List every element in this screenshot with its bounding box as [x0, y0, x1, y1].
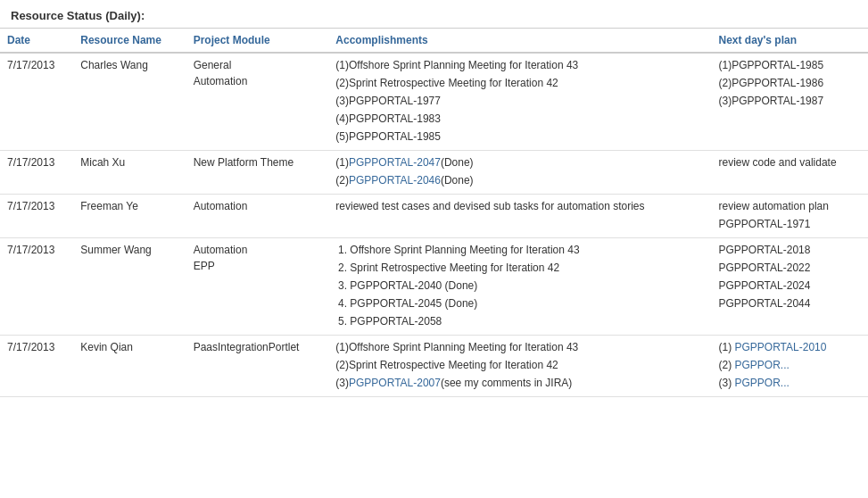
next-plan-link[interactable]: PGPPORTAL-2010 [734, 341, 826, 353]
list-item: reviewed test cases and devised sub task… [335, 198, 704, 214]
cell-resource: Freeman Ye [73, 195, 186, 238]
accomplishment-link[interactable]: PGPPORTAL-2047 [349, 156, 441, 169]
cell-module: PaasIntegrationPortlet [186, 336, 329, 397]
table-row: 7/17/2013Freeman YeAutomationreviewed te… [0, 195, 868, 238]
cell-accomplishments: (1)Offshore Sprint Planning Meeting for … [328, 336, 711, 397]
list-item: (1)Offshore Sprint Planning Meeting for … [335, 339, 704, 355]
cell-resource: Charles Wang [73, 53, 186, 151]
table-row: 7/17/2013Charles WangGeneralAutomation(1… [0, 53, 868, 151]
cell-module: New Platform Theme [186, 151, 329, 195]
table-header: Date Resource Name Project Module Accomp… [0, 29, 868, 54]
cell-date: 7/17/2013 [0, 151, 73, 195]
cell-date: 7/17/2013 [0, 195, 73, 238]
cell-resource: Micah Xu [73, 151, 186, 195]
cell-accomplishments: reviewed test cases and devised sub task… [328, 195, 711, 238]
next-plan-link[interactable]: PGPPOR... [734, 377, 789, 389]
list-item: PGPPORTAL-2044 [718, 295, 861, 311]
cell-next-plan: (1) PGPPORTAL-2010(2) PGPPOR...(3) PGPPO… [711, 336, 868, 397]
cell-resource: Kevin Qian [73, 336, 186, 397]
list-item: review code and validate [718, 154, 861, 170]
cell-next-plan: review code and validate [711, 151, 868, 195]
list-item: PGPPORTAL-2018 [718, 242, 861, 258]
list-item: (2) PGPPOR... [718, 357, 861, 373]
list-item: (1)PGPPORTAL-2047(Done) [335, 154, 704, 170]
accomplishment-link[interactable]: PGPPORTAL-2007 [349, 377, 441, 389]
list-item: review automation plan [718, 198, 861, 214]
page-title: Resource Status (Daily): [0, 0, 868, 28]
list-item: PGPPORTAL-1971 [718, 216, 861, 232]
list-item: (2)Sprint Retrospective Meeting for Iter… [335, 357, 704, 373]
list-item: Sprint Retrospective Meeting for Iterati… [350, 260, 704, 276]
cell-module: GeneralAutomation [186, 53, 329, 151]
accomplishment-link[interactable]: PGPPORTAL-2046 [349, 174, 441, 187]
col-date: Date [0, 29, 73, 54]
table-row: 7/17/2013Summer WangAutomationEPPOffshor… [0, 238, 868, 336]
table-row: 7/17/2013Kevin QianPaasIntegrationPortle… [0, 336, 868, 397]
list-item: (5)PGPPORTAL-1985 [335, 129, 704, 145]
cell-accomplishments: (1)Offshore Sprint Planning Meeting for … [328, 53, 711, 151]
col-module: Project Module [186, 29, 329, 54]
list-item: (3)PGPPORTAL-1977 [335, 93, 704, 109]
cell-accomplishments: (1)PGPPORTAL-2047(Done)(2)PGPPORTAL-2046… [328, 151, 711, 195]
list-item: (2)PGPPORTAL-2046(Done) [335, 172, 704, 188]
list-item: PGPPORTAL-2045 (Done) [350, 295, 704, 311]
cell-accomplishments: Offshore Sprint Planning Meeting for Ite… [328, 238, 711, 336]
cell-next-plan: PGPPORTAL-2018PGPPORTAL-2022PGPPORTAL-20… [711, 238, 868, 336]
list-item: (2)Sprint Retrospective Meeting for Iter… [335, 75, 704, 91]
list-item: (1) PGPPORTAL-2010 [718, 339, 861, 355]
list-item: (4)PGPPORTAL-1983 [335, 111, 704, 127]
cell-date: 7/17/2013 [0, 53, 73, 151]
list-item: (3)PGPPORTAL-2007(see my comments in JIR… [335, 375, 704, 391]
list-item: PGPPORTAL-2040 (Done) [350, 278, 704, 294]
list-item: (3) PGPPOR... [718, 375, 861, 391]
cell-module: Automation [186, 195, 329, 238]
cell-resource: Summer Wang [73, 238, 186, 336]
list-item: (2)PGPPORTAL-1986 [718, 75, 861, 91]
col-nextday: Next day's plan [711, 29, 868, 54]
list-item: (1)PGPPORTAL-1985 [718, 57, 861, 73]
cell-next-plan: (1)PGPPORTAL-1985(2)PGPPORTAL-1986(3)PGP… [711, 53, 868, 151]
table-row: 7/17/2013Micah XuNew Platform Theme(1)PG… [0, 151, 868, 195]
list-item: PGPPORTAL-2024 [718, 278, 861, 294]
col-accomplishments: Accomplishments [328, 29, 711, 54]
list-item: (1)Offshore Sprint Planning Meeting for … [335, 57, 704, 73]
cell-module: AutomationEPP [186, 238, 329, 336]
cell-date: 7/17/2013 [0, 238, 73, 336]
cell-next-plan: review automation planPGPPORTAL-1971 [711, 195, 868, 238]
next-plan-link[interactable]: PGPPOR... [734, 359, 789, 371]
list-item: Offshore Sprint Planning Meeting for Ite… [350, 242, 704, 258]
list-item: (3)PGPPORTAL-1987 [718, 93, 861, 109]
list-item: PGPPORTAL-2022 [718, 260, 861, 276]
list-item: PGPPORTAL-2058 [350, 313, 704, 329]
cell-date: 7/17/2013 [0, 336, 73, 397]
col-resource: Resource Name [73, 29, 186, 54]
